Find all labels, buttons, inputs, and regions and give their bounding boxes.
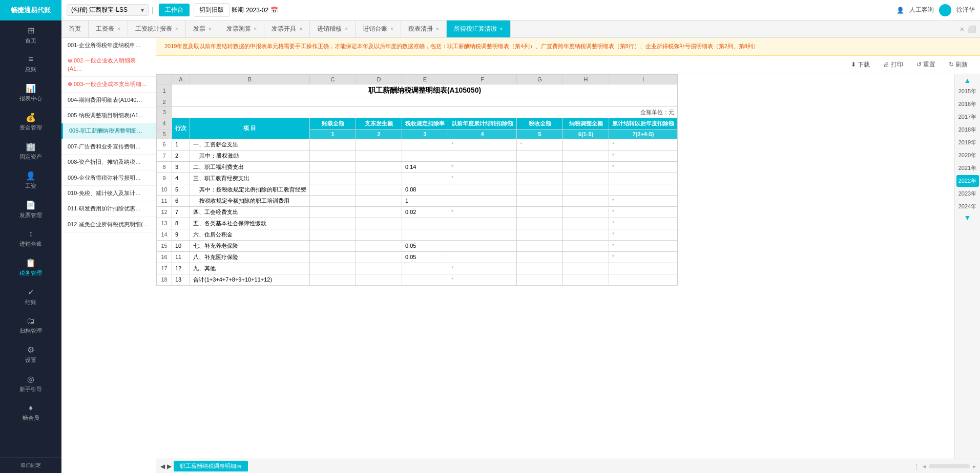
tab-close-icon[interactable]: ×: [436, 26, 439, 32]
cell-e-12[interactable]: 0.02: [402, 206, 448, 218]
tab-close-icon[interactable]: ×: [299, 26, 302, 32]
cell-e-14[interactable]: [402, 229, 448, 240]
cell-label-6[interactable]: 一、工资薪金支出: [190, 139, 310, 150]
cell-c-11[interactable]: [310, 195, 356, 206]
cell-f-8[interactable]: *: [448, 161, 517, 173]
cell-e-15[interactable]: 0.05: [402, 240, 448, 251]
cell-f-10[interactable]: [448, 184, 517, 195]
list-item-005[interactable]: 005-纳税调整项目明细表(A1…: [61, 108, 156, 123]
cell-f-12[interactable]: *: [448, 206, 517, 218]
cell-d-9[interactable]: [356, 173, 402, 184]
user-service-label[interactable]: 人工客询: [909, 6, 934, 14]
sidebar-item-inout[interactable]: ↕ 进销台账: [0, 224, 61, 253]
cell-g-15[interactable]: [517, 240, 563, 251]
cell-i-9[interactable]: [609, 173, 678, 184]
sheet-scrollbar[interactable]: [929, 464, 970, 468]
cell-g-6[interactable]: *: [517, 139, 563, 150]
sidebar-item-invoice[interactable]: 📄 发票管理: [0, 195, 61, 224]
cell-c-12[interactable]: [310, 206, 356, 218]
nav-next-sheet-button[interactable]: ▶: [167, 463, 172, 470]
cell-h-7[interactable]: [563, 150, 609, 161]
cell-h-10[interactable]: [563, 184, 609, 195]
cell-e-9[interactable]: [402, 173, 448, 184]
tab-input-verify[interactable]: 进销稽核 ×: [310, 20, 356, 37]
cell-h-11[interactable]: [563, 195, 609, 206]
cell-i-16[interactable]: *: [609, 251, 678, 263]
cell-seq-9[interactable]: 4: [172, 173, 190, 184]
sidebar-item-home[interactable]: ⊞ 首页: [0, 20, 61, 50]
cell-d-14[interactable]: [356, 229, 402, 240]
year-item-2018[interactable]: 2018年: [956, 124, 979, 136]
cell-f-17[interactable]: *: [448, 263, 517, 274]
tab-close-icon[interactable]: ×: [254, 26, 257, 32]
cell-e-11[interactable]: 1: [402, 195, 448, 206]
list-item-002[interactable]: ⊗002-一般企业收入明细表(A1…: [61, 53, 156, 77]
cell-seq-14[interactable]: 9: [172, 229, 190, 240]
reset-button[interactable]: ↺ 重置: [912, 59, 940, 71]
cell-seq-7[interactable]: 2: [172, 150, 190, 161]
cell-e-7[interactable]: [402, 150, 448, 161]
cancel-fixed-button[interactable]: 取消固定: [0, 457, 61, 473]
sidebar-item-report[interactable]: 📊 报表中心: [0, 78, 61, 107]
bottom-tab[interactable]: 职工薪酬纳税调整明细表: [174, 461, 248, 471]
sidebar-item-close[interactable]: ✓ 结账: [0, 282, 61, 311]
cell-seq-11[interactable]: 6: [172, 195, 190, 206]
list-item-010[interactable]: 010-免税、减计收入及加计…: [61, 186, 156, 201]
cell-c-14[interactable]: [310, 229, 356, 240]
cell-c-6[interactable]: [310, 139, 356, 150]
cell-label-17[interactable]: 九、其他: [190, 263, 310, 274]
cell-g-17[interactable]: [517, 263, 563, 274]
cell-e-6[interactable]: [402, 139, 448, 150]
cell-d-10[interactable]: [356, 184, 402, 195]
cell-g-14[interactable]: [517, 229, 563, 240]
tab-close-icon[interactable]: ×: [117, 26, 120, 32]
nav-prev-sheet-button[interactable]: ◀: [160, 463, 165, 470]
cell-f-18[interactable]: *: [448, 274, 517, 285]
cell-seq-13[interactable]: 8: [172, 218, 190, 229]
year-item-2021[interactable]: 2021年: [956, 162, 979, 174]
cell-label-13[interactable]: 五、各类基本社会保障性缴款: [190, 218, 310, 229]
list-item-012[interactable]: 012-减免企业所得税优惠明细(…: [61, 217, 156, 232]
year-scroll-up-button[interactable]: ▲: [964, 76, 971, 84]
sidebar-item-salary[interactable]: 👤 工资: [0, 166, 61, 195]
switch-period-button[interactable]: 切到旧版: [194, 3, 230, 17]
year-item-2024[interactable]: 2024年: [956, 201, 979, 212]
cell-c-17[interactable]: [310, 263, 356, 274]
cell-f-6[interactable]: *: [448, 139, 517, 150]
sidebar-item-ledger[interactable]: ≡ 总账: [0, 50, 61, 78]
sidebar-item-archive[interactable]: 🗂 归档管理: [0, 311, 61, 340]
workbench-button[interactable]: 工作台: [159, 4, 190, 16]
tab-home[interactable]: 首页: [61, 20, 89, 37]
cell-e-17[interactable]: [402, 263, 448, 274]
cell-label-16[interactable]: 八、补充医疗保险: [190, 251, 310, 263]
cell-c-9[interactable]: [310, 173, 356, 184]
cell-h-15[interactable]: [563, 240, 609, 251]
cell-i-7[interactable]: *: [609, 150, 678, 161]
tab-close-icon[interactable]: ×: [175, 26, 178, 32]
download-button[interactable]: ⬇ 下载: [847, 59, 874, 71]
cell-f-7[interactable]: [448, 150, 517, 161]
cell-label-11[interactable]: 按税收规定全额扣除的职工培训费用: [190, 195, 310, 206]
year-item-2017[interactable]: 2017年: [956, 111, 979, 123]
cell-g-13[interactable]: [517, 218, 563, 229]
cell-e-18[interactable]: [402, 274, 448, 285]
cell-f-9[interactable]: *: [448, 173, 517, 184]
cell-d-13[interactable]: [356, 218, 402, 229]
list-item-007[interactable]: 007-广告费和业务宣传费明…: [61, 139, 156, 155]
company-selector[interactable]: (勾稽) 江西股宝-LSS ▾: [67, 4, 149, 16]
cell-seq-10[interactable]: 5: [172, 184, 190, 195]
list-item-001[interactable]: 001-企业所得税年度纳税申…: [61, 38, 156, 53]
cell-g-12[interactable]: [517, 206, 563, 218]
tab-invoice[interactable]: 发票 ×: [186, 20, 219, 37]
cell-label-18[interactable]: 合计(1+3+4+7+8+9+10+11+12): [190, 274, 310, 285]
cell-d-7[interactable]: [356, 150, 402, 161]
cell-i-12[interactable]: *: [609, 206, 678, 218]
tab-close-icon[interactable]: ×: [345, 26, 348, 32]
cell-c-18[interactable]: [310, 274, 356, 285]
cell-h-16[interactable]: [563, 251, 609, 263]
year-item-2023[interactable]: 2023年: [956, 188, 979, 200]
cell-label-9[interactable]: 三、职工教育经费支出: [190, 173, 310, 184]
cell-e-16[interactable]: 0.05: [402, 251, 448, 263]
cell-c-16[interactable]: [310, 251, 356, 263]
sidebar-item-tax[interactable]: 📋 税务管理: [0, 253, 61, 282]
